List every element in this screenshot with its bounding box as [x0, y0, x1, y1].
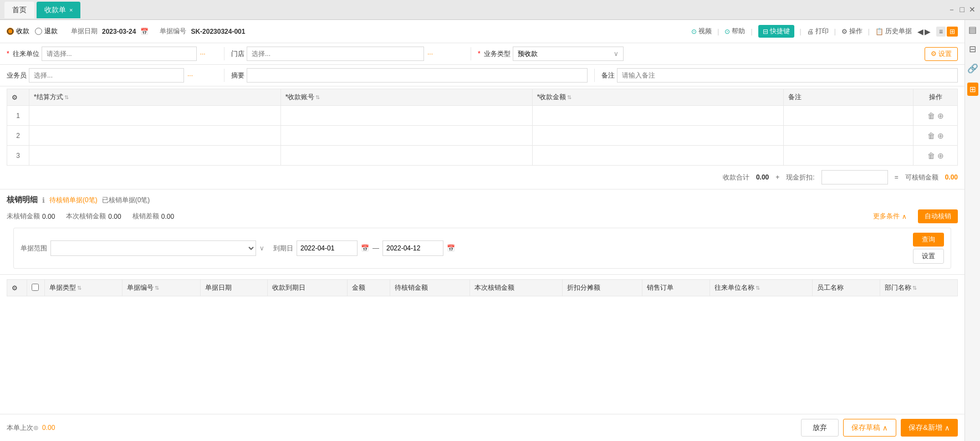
- shortcut-icon: ⊟: [763, 28, 768, 35]
- filter-row: 单据范围 ∨ 到期日 📅 — 📅 查询 设置: [13, 228, 951, 269]
- copy-icon-2[interactable]: ⊕: [937, 131, 944, 140]
- summary-label: 摘要: [231, 71, 244, 80]
- cell-amount-1[interactable]: [532, 106, 784, 126]
- divider2: |: [751, 28, 752, 35]
- btn-operations[interactable]: ⚙ 操作: [841, 27, 862, 36]
- save-draft-button[interactable]: 保存草稿 ∧: [843, 419, 896, 437]
- cell-remark-2[interactable]: [784, 126, 913, 146]
- tab-pending[interactable]: 待核销单据(0笔): [49, 196, 98, 205]
- unreconciled-value: 0.00: [42, 213, 55, 221]
- th-settings[interactable]: ⚙: [7, 89, 29, 106]
- btn-video[interactable]: ⊙ 视频: [691, 27, 712, 36]
- nav-prev-icon[interactable]: ◀: [917, 27, 923, 36]
- auto-reconcile-button[interactable]: 自动核销: [918, 209, 958, 223]
- filter-cal-start-icon[interactable]: 📅: [361, 244, 369, 252]
- filter-range-select[interactable]: [50, 240, 256, 256]
- store-dots[interactable]: ···: [427, 50, 433, 58]
- cell-account-1[interactable]: [280, 106, 532, 126]
- cell-account-2[interactable]: [280, 126, 532, 146]
- sort-dept[interactable]: ⇅: [912, 285, 917, 291]
- filter-buttons: 查询 设置: [913, 233, 944, 264]
- view-grid-icon[interactable]: ⊞: [947, 27, 958, 37]
- delete-icon-1[interactable]: 🗑: [927, 111, 935, 120]
- settings-button[interactable]: ⚙ 设置: [925, 47, 958, 61]
- remark-label: 备注: [601, 71, 615, 80]
- row-num-1: 1: [7, 106, 29, 126]
- save-new-button[interactable]: 保存&新增 ∧: [901, 419, 958, 437]
- btn-shortcut[interactable]: ⊟ 快捷键: [758, 25, 794, 38]
- th-account: *收款账号 ⇅: [280, 89, 532, 106]
- cell-remark-1[interactable]: [784, 106, 913, 126]
- salesperson-dots[interactable]: ···: [187, 71, 193, 79]
- tab-close-icon[interactable]: ×: [69, 7, 73, 13]
- filter-cal-end-icon[interactable]: 📅: [447, 244, 455, 252]
- biz-type-required: *: [478, 50, 481, 58]
- cell-settlement-2[interactable]: [29, 126, 281, 146]
- sort-account[interactable]: ⇅: [315, 94, 320, 100]
- sort-counterparty[interactable]: ⇅: [756, 285, 760, 291]
- btn-help[interactable]: ⊙ 帮助: [724, 27, 745, 36]
- filter-range-dropdown-icon: ∨: [259, 244, 264, 252]
- copy-icon-3[interactable]: ⊕: [937, 151, 944, 160]
- counterparty-input[interactable]: [42, 47, 197, 61]
- btn-print[interactable]: 🖨 打印: [807, 27, 829, 36]
- sort-settlement[interactable]: ⇅: [64, 94, 69, 100]
- bth-checkbox[interactable]: [27, 280, 45, 296]
- sidebar-link-icon[interactable]: 🔗: [967, 63, 978, 74]
- cell-account-3[interactable]: [280, 146, 532, 166]
- divider-f4: [594, 69, 595, 82]
- bth-settings[interactable]: ⚙: [7, 280, 27, 296]
- tab-done[interactable]: 已核销单据(0笔): [102, 196, 150, 205]
- cell-amount-3[interactable]: [532, 146, 784, 166]
- main-content: ▤ ⊟ 🔗 ⊞ 收款 退款 单据日期 2023-03-24 📅 单: [0, 20, 980, 441]
- more-conditions[interactable]: 更多条件 ∧: [873, 212, 907, 221]
- store-input[interactable]: [247, 47, 424, 61]
- sidebar-expand-icon[interactable]: ⊞: [967, 83, 978, 96]
- reconcile-info-icon[interactable]: ℹ: [42, 196, 45, 204]
- counterparty-dots[interactable]: ···: [200, 50, 206, 58]
- footer-buttons: 放弃 保存草稿 ∧ 保存&新增 ∧: [801, 419, 958, 437]
- discount-input[interactable]: [821, 170, 888, 184]
- sidebar-doc-icon[interactable]: ⊟: [969, 44, 976, 54]
- biz-type-dropdown[interactable]: 预收款 ∨: [513, 47, 624, 61]
- sidebar-table-icon[interactable]: ▤: [968, 24, 977, 35]
- doc-info: 单据日期 2023-03-24 📅 单据编号 SK-20230324-001: [71, 27, 245, 36]
- window-close-icon[interactable]: ✕: [969, 5, 976, 15]
- window-minimize-icon[interactable]: －: [948, 5, 956, 15]
- filter-date-start[interactable]: [297, 240, 358, 256]
- footer-limit-label: 本单上次⊙: [7, 423, 39, 433]
- sort-amount[interactable]: ⇅: [567, 94, 571, 100]
- cell-remark-3[interactable]: [784, 146, 913, 166]
- tab-receipts[interactable]: 收款单 ×: [37, 2, 80, 18]
- select-all-checkbox[interactable]: [32, 284, 39, 291]
- divider3: |: [800, 28, 802, 35]
- cell-settlement-3[interactable]: [29, 146, 281, 166]
- sort-doc-type[interactable]: ⇅: [77, 285, 81, 291]
- radio-receive[interactable]: 收款: [7, 27, 29, 36]
- filter-date-end[interactable]: [382, 240, 443, 256]
- reconcile-value: 0.00: [945, 173, 958, 181]
- divider4: |: [834, 28, 836, 35]
- copy-icon-1[interactable]: ⊕: [937, 111, 944, 120]
- cell-amount-2[interactable]: [532, 126, 784, 146]
- delete-icon-2[interactable]: 🗑: [927, 131, 935, 140]
- window-restore-icon[interactable]: □: [960, 5, 964, 15]
- radio-refund[interactable]: 退款: [35, 27, 58, 36]
- delete-icon-3[interactable]: 🗑: [927, 151, 935, 160]
- btn-history[interactable]: 📋 历史单据: [875, 27, 912, 36]
- tab-bar: 首页 收款单 × － □ ✕: [0, 0, 980, 20]
- view-list-icon[interactable]: ≡: [936, 27, 946, 37]
- sort-doc-num[interactable]: ⇅: [155, 285, 159, 291]
- discard-button[interactable]: 放弃: [801, 419, 839, 437]
- salesperson-input[interactable]: [29, 68, 184, 83]
- summary-input[interactable]: [247, 68, 588, 83]
- tab-home[interactable]: 首页: [4, 2, 34, 18]
- query-button[interactable]: 查询: [913, 233, 944, 247]
- bth-employee: 员工名称: [812, 280, 880, 296]
- content-area: 收款 退款 单据日期 2023-03-24 📅 单据编号 SK-20230324…: [0, 20, 964, 441]
- remark-input[interactable]: [617, 68, 958, 83]
- doc-date-calendar-icon[interactable]: 📅: [140, 28, 149, 35]
- nav-next-icon[interactable]: ▶: [925, 27, 931, 36]
- cell-settlement-1[interactable]: [29, 106, 281, 126]
- filter-settings-button[interactable]: 设置: [913, 249, 944, 264]
